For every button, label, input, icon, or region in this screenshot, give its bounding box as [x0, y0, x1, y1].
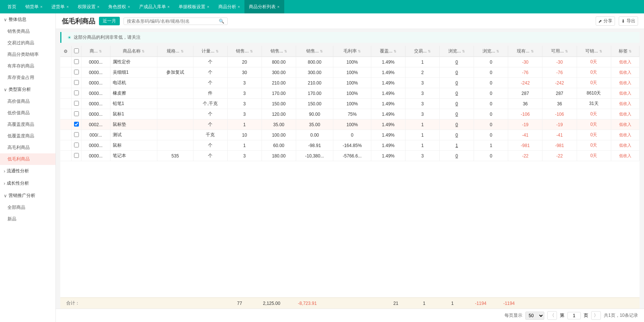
row-checkbox-2[interactable]	[71, 67, 81, 78]
nav-product-analysis[interactable]: 商品分析 ×	[214, 0, 244, 13]
view1-value-2[interactable]: 0	[455, 70, 458, 75]
sidebar-item-low-value[interactable]: 低价值商品	[0, 107, 55, 119]
per-page-select[interactable]: 50 100 200	[525, 312, 544, 320]
row-checkbox-1[interactable]	[71, 57, 81, 67]
row-view1-4[interactable]: 0	[440, 88, 474, 99]
close-finished-goods-icon[interactable]: ×	[167, 4, 170, 9]
col-view2[interactable]: 浏览... ⇅	[474, 46, 508, 57]
col-gross-margin[interactable]: 毛利率 ⇅	[333, 46, 371, 57]
search-input[interactable]	[127, 19, 219, 24]
nav-template-settings[interactable]: 单据模板设置 ×	[174, 0, 214, 13]
row-checkbox-6[interactable]	[71, 109, 81, 119]
row-view1-3[interactable]: 0	[440, 78, 474, 88]
close-role-auth-icon[interactable]: ×	[128, 4, 130, 9]
close-analysis-list-icon[interactable]: ×	[277, 4, 279, 9]
nav-permission-settings[interactable]: 权限设置 ×	[73, 0, 104, 13]
row-settings-2	[60, 67, 71, 78]
nav-finished-goods[interactable]: 产成品入库单 ×	[135, 0, 174, 13]
row-view1-6[interactable]: 0	[440, 109, 474, 119]
row-checkbox-3[interactable]	[71, 78, 81, 88]
sidebar-group-type-analysis[interactable]: ∨ 类型富分析	[0, 83, 55, 96]
view1-value-1[interactable]: 0	[455, 60, 458, 65]
row-view1-7[interactable]: 0	[440, 119, 474, 130]
col-sales-price[interactable]: 销售... ⇅	[262, 46, 296, 57]
col-code[interactable]: 商... ⇅	[81, 46, 110, 57]
nav-sales-order[interactable]: 销货单 ×	[21, 0, 47, 13]
sidebar-group-growth[interactable]: › 成长性分析	[0, 177, 55, 189]
sidebar-item-high-margin[interactable]: 高毛利商品	[0, 142, 55, 153]
row-view1-8[interactable]: 0	[440, 130, 474, 140]
row-name-2: 吴细细1	[110, 67, 157, 78]
row-view1-9[interactable]: 1	[440, 140, 474, 151]
nav-analysis-list[interactable]: 商品分析列表 ×	[244, 0, 284, 13]
close-sales-order-icon[interactable]: ×	[40, 4, 42, 9]
row-checkbox-7[interactable]	[71, 119, 81, 130]
sidebar-group-overall[interactable]: ∨ 整体信息	[0, 13, 55, 26]
view1-value-6[interactable]: 0	[455, 112, 458, 117]
col-sales-amount[interactable]: 销售... ⇅	[296, 46, 333, 57]
view1-value-7[interactable]: 0	[455, 122, 458, 127]
row-checkbox-8[interactable]	[71, 130, 81, 140]
prev-page-button[interactable]: 〈	[547, 311, 557, 320]
sidebar-group-circulation[interactable]: › 流通性分析	[0, 165, 55, 177]
row-view1-10[interactable]: 0	[440, 151, 474, 161]
table-row: 0000... 鼠标1 个 3 120.00 90.00 75% 1.49% 3…	[60, 109, 640, 119]
view1-value-5[interactable]: 0	[455, 101, 458, 106]
view1-value-8[interactable]: 0	[455, 133, 458, 138]
close-template-icon[interactable]: ×	[207, 4, 209, 9]
sidebar-item-sales-goods[interactable]: 销售类商品	[0, 26, 55, 37]
page-number-input[interactable]	[567, 312, 581, 319]
row-checkbox-5[interactable]	[71, 99, 81, 109]
col-tag[interactable]: 标签 ⇅	[611, 46, 639, 57]
col-trade[interactable]: 交易... ⇅	[406, 46, 440, 57]
next-page-button[interactable]: 〉	[591, 311, 601, 320]
sidebar-item-traded-goods[interactable]: 交易过的商品	[0, 37, 55, 49]
col-spec[interactable]: 规格... ⇅	[157, 46, 193, 57]
sidebar-item-stock-capital[interactable]: 库存资金占用	[0, 72, 55, 83]
view1-value-10[interactable]: 0	[455, 153, 458, 159]
row-checkbox-4[interactable]	[71, 88, 81, 99]
col-settings[interactable]: ⚙	[60, 46, 71, 57]
select-all-checkbox[interactable]	[74, 48, 79, 53]
col-coverage[interactable]: 覆盖... ⇅	[371, 46, 405, 57]
nav-purchase-order[interactable]: 进货单 ×	[47, 0, 73, 13]
view1-value-9[interactable]: 1	[455, 143, 458, 148]
row-checkbox-10[interactable]	[71, 151, 81, 161]
col-sellable[interactable]: 可销... ⇅	[577, 46, 611, 57]
nav-home[interactable]: 首页	[3, 0, 21, 13]
row-checkbox-9[interactable]	[71, 140, 81, 151]
row-price-5: 150.00	[262, 99, 296, 109]
sidebar-item-all-goods[interactable]: 全部商品	[0, 202, 55, 213]
close-permission-icon[interactable]: ×	[97, 4, 99, 9]
col-unit[interactable]: 计量... ⇅	[193, 46, 227, 57]
sidebar-item-low-margin[interactable]: 低毛利商品	[0, 153, 55, 165]
page-unit: 页	[584, 312, 588, 319]
sidebar-item-category-rate[interactable]: 商品分类助销率	[0, 49, 55, 60]
sidebar-item-new-goods[interactable]: 新品	[0, 213, 55, 225]
col-current[interactable]: 现有... ⇅	[508, 46, 542, 57]
share-button[interactable]: ⬈ 分享	[596, 16, 615, 26]
row-view1-5[interactable]: 0	[440, 99, 474, 109]
col-view1[interactable]: 浏览... ⇅	[440, 46, 474, 57]
alert-icon: ☀	[67, 35, 71, 40]
time-filter-button[interactable]: 近一月	[99, 17, 120, 25]
export-button[interactable]: ⬇ 导出	[619, 16, 638, 26]
sidebar-group-marketing[interactable]: ∨ 营销推广分析	[0, 189, 55, 202]
close-purchase-order-icon[interactable]: ×	[66, 4, 68, 9]
search-icon[interactable]: 🔍	[219, 19, 224, 24]
row-view1-2[interactable]: 0	[440, 67, 474, 78]
close-product-analysis-icon[interactable]: ×	[238, 4, 240, 9]
row-view1-1[interactable]: 0	[440, 57, 474, 67]
row-margin-10: -5766.6...	[333, 151, 371, 161]
sidebar-item-high-value[interactable]: 高价值商品	[0, 96, 55, 107]
col-sales-qty[interactable]: 销售... ⇅	[227, 46, 262, 57]
table-row: 0000... 笔记本 535 个 3 180.00 -10,380... -5…	[60, 151, 640, 161]
col-available[interactable]: 可用... ⇅	[542, 46, 577, 57]
sidebar-item-stock-goods[interactable]: 有库存的商品	[0, 60, 55, 72]
sidebar-item-high-coverage[interactable]: 高覆盖度商品	[0, 119, 55, 130]
view1-value-3[interactable]: 0	[455, 80, 458, 86]
col-name[interactable]: 商品名称 ⇅	[110, 46, 157, 57]
sidebar-item-low-coverage[interactable]: 低覆盖度商品	[0, 130, 55, 142]
nav-role-auth[interactable]: 角色授权 ×	[104, 0, 134, 13]
view1-value-4[interactable]: 0	[455, 91, 458, 96]
